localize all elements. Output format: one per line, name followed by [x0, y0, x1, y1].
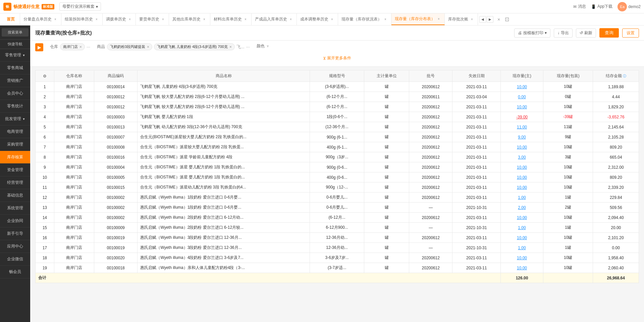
- row-name: 合生元（BIOSTIME）派星幼儿配方奶粉 3段 乳铁蛋白的4...: [138, 182, 310, 193]
- tab-chuku[interactable]: 其他出库单历史 ×: [169, 13, 210, 25]
- row-qty[interactable]: 10.00: [501, 82, 543, 92]
- sidebar-item-operation[interactable]: 经营管理: [0, 176, 30, 189]
- tab-zuzhuang[interactable]: 组装拆卸单历史 ×: [61, 13, 103, 25]
- tab-close-all-btn[interactable]: ×: [495, 15, 503, 23]
- sidebar-item-retail-management[interactable]: 零售管理 ▼: [0, 49, 30, 62]
- sidebar-item-retail-shop[interactable]: 零售商城: [0, 62, 30, 74]
- close-icon[interactable]: ×: [436, 17, 441, 21]
- close-icon[interactable]: ×: [383, 17, 388, 22]
- tab-kucun2[interactable]: 现存量（库存分布表） ×: [391, 13, 445, 25]
- col-settings[interactable]: ⚙: [36, 70, 54, 82]
- setting-btn[interactable]: 设置: [622, 29, 639, 38]
- more-warehouses-btn[interactable]: ···: [87, 44, 90, 49]
- remove-product-tag1-btn[interactable]: ×: [147, 45, 149, 49]
- app-download-btn[interactable]: 📱 App下载: [591, 4, 612, 9]
- row-warehouse: 南岸门店: [54, 193, 94, 203]
- product-more-label[interactable]: 飞...: [236, 44, 245, 50]
- close-icon[interactable]: ×: [330, 17, 334, 22]
- sidebar-item-member-service[interactable]: 畅会员: [0, 266, 30, 278]
- row-qty[interactable]: 1.00: [501, 243, 543, 253]
- sidebar-item-finance[interactable]: 资金管理: [0, 164, 30, 176]
- row-qty[interactable]: 9.00: [501, 132, 543, 142]
- expand-more-conditions-btn[interactable]: ⊻ 展开更多条件: [37, 54, 638, 62]
- remove-product-tag2-btn[interactable]: ×: [229, 45, 232, 49]
- close-icon[interactable]: ×: [288, 17, 293, 22]
- row-qty[interactable]: 2.00: [501, 203, 543, 213]
- close-icon[interactable]: ×: [161, 17, 165, 22]
- row-qty[interactable]: -39.00: [501, 112, 543, 122]
- tab-kucun1[interactable]: 现存量（库存状况表） ×: [338, 13, 391, 25]
- sidebar-item-marketing[interactable]: 营销推广: [0, 74, 30, 87]
- tab-home[interactable]: 首页: [2, 13, 20, 25]
- tab-diaobuo[interactable]: 调拨单历史 ×: [103, 13, 136, 25]
- tab-cailiao[interactable]: 材料出库单历史 ×: [210, 13, 252, 25]
- row-qty[interactable]: 10.00: [501, 182, 543, 193]
- row-unit: 罐: [364, 172, 409, 182]
- row-qty[interactable]: 10.00: [501, 213, 543, 223]
- sidebar-item-member[interactable]: 会员中心: [0, 87, 30, 100]
- row-name: 惠氏启赋（Wyeth illuma）亲和人体儿童配方奶粉4段（3-...: [138, 263, 310, 273]
- close-icon[interactable]: ×: [470, 17, 474, 22]
- tab-chengpin[interactable]: 产成品入库单历史 ×: [252, 13, 297, 25]
- tab-pizhang[interactable]: 库存批次账 ×: [445, 13, 478, 25]
- tab-fenliang[interactable]: 分量盘点单历史 ×: [20, 13, 61, 25]
- row-qty[interactable]: 10.00: [501, 172, 543, 182]
- tab-prev-btn[interactable]: ◀: [479, 16, 486, 23]
- tab-settings-btn[interactable]: ⊡: [503, 15, 511, 23]
- close-icon[interactable]: ×: [94, 17, 99, 22]
- sidebar-item-enterprise-wechat[interactable]: 企业微信: [0, 253, 30, 266]
- tab-chengben[interactable]: 成本调整单历史 ×: [297, 13, 338, 25]
- tab-next-btn[interactable]: ▶: [487, 16, 493, 23]
- user-area[interactable]: Ea demo2: [618, 2, 641, 11]
- row-qty[interactable]: 10.00: [501, 162, 543, 172]
- search-menu-btn[interactable]: 搜索菜单: [2, 28, 29, 37]
- sidebar-item-enterprise[interactable]: 企业协同: [0, 215, 30, 227]
- row-qty[interactable]: 10.00: [501, 102, 543, 112]
- row-spec: (6-12月...: [310, 213, 364, 223]
- filter-expand-btn[interactable]: ▶: [35, 43, 43, 51]
- row-qty[interactable]: 0.00: [501, 92, 543, 102]
- row-unit: 罐: [364, 203, 409, 213]
- row-code: 00100002: [94, 203, 137, 213]
- sidebar-item-app-center[interactable]: 应用中心: [0, 240, 30, 253]
- more-products-btn[interactable]: ···: [246, 44, 250, 49]
- sidebar-item-inventory[interactable]: 库存核算: [0, 151, 30, 164]
- row-qty[interactable]: 10.00: [501, 233, 543, 243]
- account-dropdown[interactable]: 母婴行业演示账套 ▾: [59, 2, 101, 11]
- query-btn[interactable]: 查询: [599, 28, 619, 38]
- print-btn[interactable]: 🖨 按模板打印 ▾: [514, 29, 550, 38]
- close-icon[interactable]: ×: [53, 17, 58, 22]
- export-btn[interactable]: ↓ 导出: [554, 29, 573, 38]
- row-unit: 罐: [364, 193, 409, 203]
- sidebar-item-purchase[interactable]: 采购管理: [0, 138, 30, 151]
- row-qty[interactable]: 11.00: [501, 122, 543, 132]
- row-qty[interactable]: 1.00: [501, 193, 543, 203]
- row-qty[interactable]: 10.00: [501, 263, 543, 273]
- row-unit: 罐: [364, 142, 409, 152]
- close-icon[interactable]: ×: [243, 17, 248, 22]
- sidebar-item-guide[interactable]: 新手引导: [0, 227, 30, 240]
- row-qty[interactable]: 3.00: [501, 152, 543, 162]
- remove-warehouse-tag-btn[interactable]: ×: [79, 45, 82, 49]
- page-actions: 🖨 按模板打印 ▾ ↓ 导出 ↺ 刷新 查询 设置: [514, 28, 639, 38]
- message-btn[interactable]: ✉ 消息: [573, 4, 586, 9]
- sidebar-item-wholesale[interactable]: 批发管理 ▼: [0, 113, 30, 125]
- row-qty[interactable]: 10.00: [501, 142, 543, 152]
- row-qty[interactable]: 10.00: [501, 253, 543, 263]
- row-no: 2: [36, 92, 54, 102]
- row-unit: 罐: [364, 122, 409, 132]
- color-dropdown-btn[interactable]: ▾: [267, 44, 269, 49]
- close-icon[interactable]: ×: [127, 17, 132, 22]
- refresh-btn[interactable]: ↺ 刷新: [576, 29, 596, 38]
- sidebar-item-retail-stats[interactable]: 零售统计: [0, 100, 30, 113]
- tab-yaohuo[interactable]: 要货单历史 ×: [136, 13, 169, 25]
- quick-nav-btn[interactable]: 快捷导航: [0, 40, 30, 49]
- col-qty-pkg: 现存量(包装): [543, 70, 593, 82]
- row-name: 飞鹤星飞帆 儿童奶粉 4段(3-6岁适用) 700克: [138, 82, 310, 92]
- row-qty[interactable]: 1.00: [501, 223, 543, 233]
- row-name: 惠氏启赋（Wyeth illuma）4段奶粉 爱尔兰进口 3-6岁及7...: [138, 253, 310, 263]
- sidebar-item-basic-info[interactable]: 基础信息: [0, 189, 30, 202]
- close-icon[interactable]: ×: [202, 17, 207, 22]
- sidebar-item-system[interactable]: 系统管理: [0, 202, 30, 215]
- sidebar-item-ecommerce[interactable]: 电商管理: [0, 125, 30, 138]
